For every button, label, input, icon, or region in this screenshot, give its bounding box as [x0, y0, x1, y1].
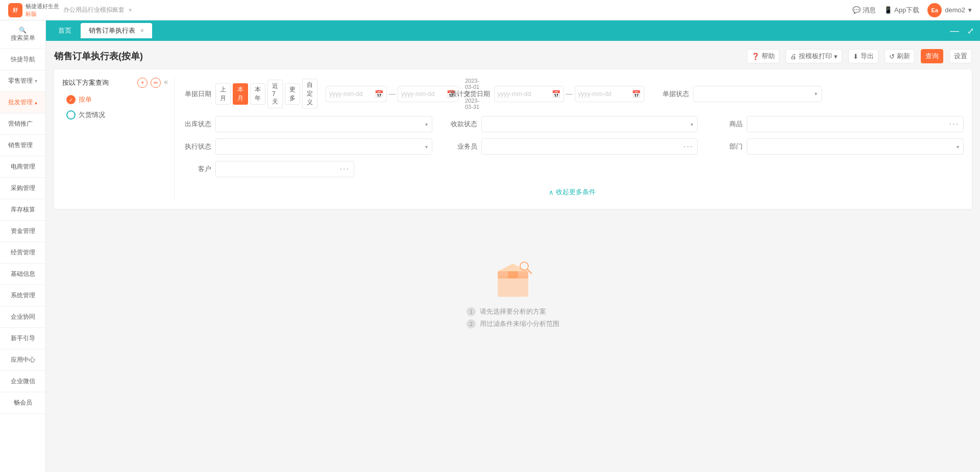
salesperson-input[interactable]: ···	[481, 138, 698, 155]
exec-status-select[interactable]: ▾	[215, 138, 432, 155]
settings-btn[interactable]: 设置	[949, 49, 972, 63]
filter-option-by-order[interactable]: ✓ 按单	[62, 92, 168, 107]
collapse-more-btn[interactable]: ∧ 收起更多条件	[181, 183, 964, 201]
filter-collapse-icon[interactable]: «	[164, 78, 168, 88]
filter-add-icon[interactable]: +	[137, 78, 148, 88]
sidebar-item-basic[interactable]: 基础信息	[0, 264, 45, 285]
filter-field-payment-status: 收款状态 ▾	[447, 116, 698, 132]
svg-rect-0	[498, 276, 528, 297]
expected-date-start-field[interactable]	[498, 90, 550, 98]
app-download-btn[interactable]: 📱 App下载	[884, 6, 919, 15]
sidebar-item-enterprise[interactable]: 企业协同	[0, 306, 45, 328]
department-select-arrow: ▾	[957, 144, 959, 150]
filter-row-3: 执行状态 ▾ 业务员 ···	[181, 138, 964, 155]
sidebar-item-newbie[interactable]: 新手引导	[0, 328, 45, 349]
expected-date-end[interactable]: 📅	[575, 86, 645, 102]
filter-row-4: 客户 ···	[181, 161, 964, 177]
status-select[interactable]: ▾	[693, 86, 822, 102]
date-btn-7days[interactable]: 近7天	[267, 80, 283, 108]
exec-status-label: 执行状态	[181, 142, 211, 151]
user-menu-btn[interactable]: Ea demo2 ▾	[927, 3, 972, 17]
sidebar-item-sales[interactable]: 销售管理	[0, 135, 45, 156]
print-dropdown-icon: ▾	[834, 53, 838, 60]
date-end-field[interactable]	[401, 90, 445, 98]
tab-maximize-icon[interactable]: ⤢	[965, 24, 976, 38]
tab-sales-order[interactable]: 销售订单执行表 ×	[81, 23, 152, 38]
message-icon: 💬	[852, 6, 861, 14]
payment-status-select[interactable]: ▾	[481, 116, 698, 132]
page-subtitle: 办公用品行业模拟账套	[63, 6, 125, 14]
department-select[interactable]: ▾	[747, 138, 964, 155]
app-logo-icon: 好	[8, 3, 22, 17]
goods-more-icon[interactable]: ···	[949, 120, 959, 129]
salesperson-more-icon[interactable]: ···	[683, 142, 693, 151]
customer-input[interactable]: ···	[215, 161, 354, 177]
empty-illustration	[487, 256, 538, 297]
filter-option-debt[interactable]: 欠货情况	[62, 107, 168, 123]
tab-bar-actions: — ⤢	[948, 23, 976, 38]
tab-home[interactable]: 首页	[50, 23, 80, 38]
expected-date-range: 📅 — 📅	[494, 86, 644, 102]
date-btn-this-month[interactable]: 本月	[233, 83, 248, 105]
filter-field-goods: 商品 ···	[712, 116, 964, 132]
page-title: 销售订单执行表(按单)	[54, 50, 143, 62]
sidebar-item-operations[interactable]: 经营管理	[0, 242, 45, 264]
refresh-btn[interactable]: ↺ 刷新	[885, 49, 915, 63]
date-btn-more[interactable]: 更多	[285, 83, 300, 105]
payment-status-select-arrow: ▾	[691, 122, 693, 127]
expected-date-start[interactable]: 📅	[494, 86, 564, 102]
sidebar-item-member[interactable]: 畅会员	[0, 392, 45, 414]
filter-scheme-title: 按以下方案查询 + ✏ «	[62, 78, 168, 88]
query-btn[interactable]: 查询	[921, 49, 943, 63]
date-end-input[interactable]: 📅	[398, 86, 459, 102]
filter-field-exec-status: 执行状态 ▾	[181, 138, 432, 155]
date-field-label: 单据日期	[181, 89, 211, 99]
sidebar-item-system[interactable]: 系统管理	[0, 285, 45, 306]
message-btn[interactable]: 💬 消息	[852, 6, 876, 15]
sidebar-item-quick-nav[interactable]: 快捷导航	[0, 49, 45, 70]
customer-label: 客户	[181, 164, 211, 174]
sidebar-item-wechat[interactable]: 企业微信	[0, 371, 45, 392]
empty-hints: 1 请先选择要分析的方案 2 用过滤条件来缩小分析范围	[467, 307, 559, 328]
sidebar-item-search[interactable]: 🔍 搜索菜单	[0, 20, 45, 49]
help-btn[interactable]: ❓ 帮助	[747, 49, 779, 63]
dropdown-icon[interactable]: ▾	[129, 6, 132, 14]
date-btn-custom[interactable]: 自定义	[302, 79, 317, 109]
date-start-input[interactable]: 📅	[326, 86, 387, 102]
download-icon: 📱	[884, 6, 892, 14]
ship-status-select[interactable]: ▾	[215, 116, 432, 132]
sidebar-item-ecommerce[interactable]: 电商管理	[0, 156, 45, 178]
date-start-field[interactable]	[329, 90, 373, 98]
sidebar-item-finance[interactable]: 资金管理	[0, 221, 45, 242]
expected-end-calendar-icon: 📅	[632, 90, 641, 98]
filter-panel-body: 按以下方案查询 + ✏ « ✓ 按单	[62, 78, 964, 201]
filter-row-2: 出库状态 ▾ 收款状态	[181, 116, 964, 132]
date-quick-btns: 上月 本月 本年 近7天 更多 自定义	[215, 79, 317, 109]
goods-input[interactable]: ···	[747, 116, 964, 132]
tab-close-icon[interactable]: ×	[140, 27, 144, 34]
sidebar-item-apps[interactable]: 应用中心	[0, 349, 45, 371]
filter-edit-icon[interactable]: ✏	[151, 78, 161, 88]
filter-field-ship-status: 出库状态 ▾	[181, 116, 432, 132]
sidebar-item-purchase[interactable]: 采购管理	[0, 178, 45, 199]
export-btn[interactable]: ⬇ 导出	[848, 49, 878, 63]
empty-state: 1 请先选择要分析的方案 2 用过滤条件来缩小分析范围	[54, 215, 972, 369]
sidebar-item-marketing[interactable]: 营销推广	[0, 113, 45, 135]
app-logo-text: 畅捷通好生意 标版	[26, 3, 59, 17]
filter-option-dot-debt	[66, 110, 76, 120]
empty-hint-1: 1 请先选择要分析的方案	[467, 307, 559, 316]
tab-minimize-icon[interactable]: —	[948, 23, 961, 38]
date-btn-this-year[interactable]: 本年	[250, 83, 265, 105]
page-actions: ❓ 帮助 🖨 按模板打印 ▾ ⬇ 导出 ↺	[747, 49, 972, 63]
empty-state-svg	[487, 256, 538, 302]
date-btn-last-month[interactable]: 上月	[215, 83, 231, 105]
sidebar-item-wholesale[interactable]: 批发管理 ▴	[0, 92, 45, 113]
print-btn[interactable]: 🖨 按模板打印 ▾	[786, 49, 842, 63]
hint-num-2: 2	[467, 319, 476, 328]
customer-more-icon[interactable]: ···	[340, 164, 350, 174]
sidebar-item-inventory[interactable]: 库存核算	[0, 199, 45, 221]
expected-date-end-field[interactable]	[578, 90, 630, 98]
sidebar-item-retail[interactable]: 零售管理 ▾	[0, 70, 45, 92]
content-area: 首页 销售订单执行表 × — ⤢ 销售订单执行表(按单)	[46, 20, 980, 472]
filter-actions-icons: + ✏ «	[137, 78, 168, 88]
